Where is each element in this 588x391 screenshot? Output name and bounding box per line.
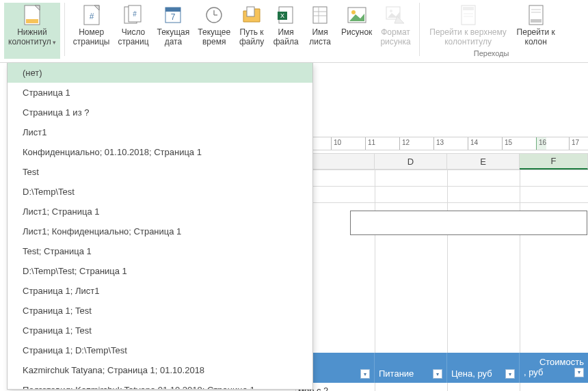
calendar-icon: 7 — [162, 4, 184, 26]
horizontal-ruler: 9 10 11 12 13 14 15 16 17 — [295, 137, 588, 150]
column-header-d[interactable]: D — [375, 153, 447, 170]
chevron-down-icon: ▾ — [53, 39, 56, 46]
picture-label: Рисунок — [341, 27, 372, 46]
th-price-label: Цена, руб — [451, 368, 492, 379]
page-number-label: Номерстраницы — [73, 27, 110, 46]
goto-header-icon — [457, 4, 479, 26]
empty-cell-region — [350, 211, 587, 235]
svg-rect-28 — [463, 7, 474, 10]
svg-text:#: # — [133, 10, 137, 18]
footer-preset-item[interactable]: Страница 1 из ? — [8, 103, 312, 122]
column-header-f[interactable]: F — [520, 153, 588, 170]
sheet-name-button[interactable]: Имялиста — [303, 3, 337, 59]
svg-rect-15 — [247, 7, 254, 16]
filter-button[interactable]: ▾ — [574, 368, 584, 377]
footer-preset-item[interactable]: Test — [8, 162, 312, 182]
excel-file-icon: X — [275, 4, 297, 26]
file-name-label: Имяфайла — [273, 27, 299, 46]
page-number-icon: # — [81, 4, 103, 26]
folder-icon — [241, 4, 263, 26]
footer-preset-item[interactable]: Страница 1; Test — [8, 301, 312, 321]
group-label-navigation: Переходы — [474, 49, 509, 59]
table-header-row: ▾ Питание ▾ Цена, руб ▾ Стоимость , руб … — [295, 353, 588, 383]
svg-rect-10 — [165, 8, 181, 12]
ruler-tick: 13 — [433, 137, 444, 150]
filter-button[interactable]: ▾ — [505, 369, 515, 379]
filter-button[interactable]: ▾ — [360, 369, 370, 379]
current-date-label: Текущаядата — [157, 27, 190, 46]
footer-preset-item[interactable]: Страница 1; D:\Temp\Test — [8, 340, 312, 360]
file-path-label: Путь кфайлу — [239, 27, 264, 46]
footer-preset-item[interactable]: Страница 1 — [8, 83, 312, 103]
separator — [64, 3, 65, 56]
navigation-group: Перейти к верхнемуколонтитулу Перейти кк… — [424, 3, 559, 59]
svg-point-26 — [390, 10, 392, 12]
ruler-tick: 11 — [365, 137, 375, 150]
svg-rect-2 — [26, 19, 38, 23]
footer-dropdown-button[interactable]: Нижнийколонтитул▾ — [4, 3, 60, 59]
footer-preset-none[interactable]: (нет) — [8, 63, 312, 83]
picture-format-button: Форматрисунка — [376, 3, 414, 59]
file-path-button[interactable]: Путь кфайлу — [235, 3, 269, 59]
page-count-icon: # — [122, 4, 144, 26]
th-cost-label-top: Стоимость — [539, 357, 584, 367]
goto-footer-label: Перейти кколон — [517, 27, 555, 46]
current-time-button[interactable]: Текущеевремя — [193, 3, 235, 59]
ruler-tick: 15 — [502, 137, 512, 150]
picture-icon — [346, 4, 368, 26]
goto-footer-button[interactable]: Перейти кколон — [513, 3, 559, 48]
sheet-icon — [309, 4, 331, 26]
svg-text:7: 7 — [171, 12, 176, 22]
svg-text:X: X — [280, 12, 284, 19]
th-cost-label-bot: , руб — [524, 367, 543, 377]
page-number-button[interactable]: # Номерстраницы — [69, 3, 114, 59]
footer-preset-item[interactable]: D:\Temp\Test; Страница 1 — [8, 261, 312, 281]
sheet-name-label: Имялиста — [309, 27, 331, 46]
table-header-cost: Стоимость , руб ▾ — [520, 353, 588, 383]
goto-header-button: Перейти к верхнемуколонтитулу — [424, 3, 513, 48]
goto-footer-icon — [525, 4, 547, 26]
footer-btn-label: Нижнийколонтитул▾ — [8, 27, 56, 47]
picture-format-icon — [384, 4, 406, 26]
goto-header-label: Перейти к верхнемуколонтитулу — [429, 27, 507, 46]
picture-format-label: Форматрисунка — [380, 27, 410, 46]
ruler-tick: 17 — [569, 137, 579, 150]
footer-preset-item[interactable]: Лист1 — [8, 122, 312, 142]
footer-preset-item[interactable]: Страница 1; Test — [8, 321, 312, 340]
table-header-price: Цена, руб ▾ — [447, 353, 520, 383]
footer-preset-item[interactable]: Страница 1; Лист1 — [8, 281, 312, 301]
filter-button[interactable]: ▾ — [433, 369, 442, 379]
footer-preset-item[interactable]: Лист1; Страница 1 — [8, 202, 312, 221]
column-header-e[interactable]: E — [447, 153, 520, 170]
page-count-label: Числостраниц — [118, 27, 148, 46]
grid-canvas[interactable]: ▾ Питание ▾ Цена, руб ▾ Стоимость , руб … — [295, 170, 588, 391]
ruler-tick: 12 — [399, 137, 410, 150]
table-header-meal: Питание ▾ — [375, 353, 447, 383]
svg-rect-19 — [313, 7, 327, 23]
footer-preset-item[interactable]: Test; Страница 1 — [8, 241, 312, 261]
ribbon-items: Нижнийколонтитул▾ # Номерстраницы # Числ… — [4, 3, 559, 59]
svg-point-24 — [351, 10, 356, 14]
ribbon: Нижнийколонтитул▾ # Номерстраницы # Числ… — [0, 0, 588, 63]
svg-rect-32 — [531, 19, 542, 23]
footer-preset-item[interactable]: Лист1; Конфиденциально; Страница 1 — [8, 221, 312, 241]
footer-presets-dropdown: (нет) Страница 1 Страница 1 из ? Лист1 К… — [7, 63, 313, 390]
ruler-tick: 16 — [536, 137, 546, 150]
footer-preset-item[interactable]: Kazmirchuk Tatyana; Страница 1; 01.10.20… — [8, 360, 312, 380]
page-count-button[interactable]: # Числостраниц — [113, 3, 152, 59]
current-time-label: Текущеевремя — [198, 27, 230, 46]
footer-preset-item[interactable]: Конфиденциально; 01.10.2018; Страница 1 — [8, 142, 312, 162]
ruler-tick: 14 — [468, 137, 478, 150]
column-headers: D E F — [295, 153, 588, 170]
picture-button[interactable]: Рисунок — [337, 3, 376, 59]
th-meal-label: Питание — [379, 368, 414, 379]
footer-icon — [21, 4, 43, 26]
separator — [419, 3, 420, 56]
footer-preset-item[interactable]: Подготовил: Kazmirchuk Tatyana 01.10.201… — [8, 380, 312, 390]
ruler-tick: 10 — [331, 137, 341, 150]
file-name-button[interactable]: X Имяфайла — [269, 3, 303, 59]
footer-preset-item[interactable]: D:\Temp\Test — [8, 182, 312, 202]
svg-text:#: # — [89, 12, 94, 21]
clock-icon — [203, 4, 225, 26]
current-date-button[interactable]: 7 Текущаядата — [153, 3, 194, 59]
